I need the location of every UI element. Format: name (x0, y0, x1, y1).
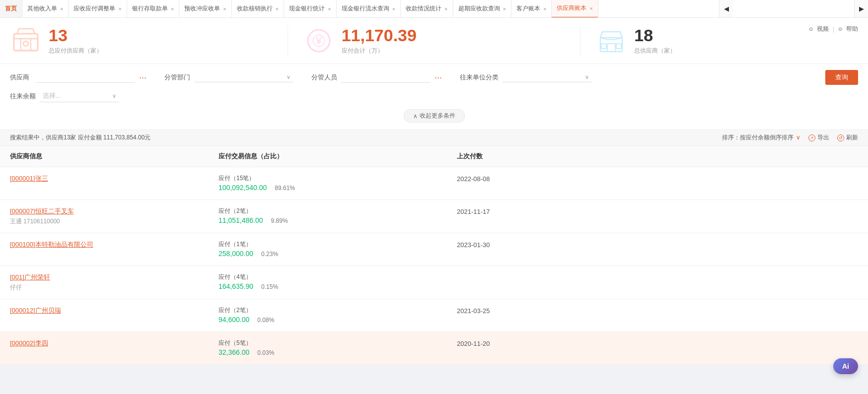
tx-percent: 0.03% (257, 349, 274, 356)
filter-row-1: 供应商 ··· 分管部门 ∨ 分管人员 ··· 往来单位分类 ∨ 查询 (10, 70, 858, 85)
sort-arrow[interactable]: ∨ (796, 134, 800, 141)
tx-percent: 89.61% (275, 185, 295, 192)
transaction-info: 应付（4笔） 164,635.90 0.15% (218, 273, 457, 291)
card3-number: 18 (634, 26, 676, 45)
card2-text: 11,170.39 应付合计（万） (342, 26, 417, 55)
close-icon[interactable]: × (392, 6, 395, 12)
tx-row: 94,600.00 0.08% (218, 315, 457, 325)
tx-row: 258,000.00 0.23% (218, 249, 457, 259)
transaction-info: 应付（1笔） 258,000.00 0.23% (218, 240, 457, 259)
supplier-name[interactable]: [000002]李四 (10, 339, 218, 348)
result-summary: 搜索结果中，供应商13家 应付金额 111,703,854.00元 (10, 133, 150, 142)
sort-label: 排序：按应付余额倒序排序 (722, 134, 794, 141)
tx-amount: 258,000.00 (218, 250, 253, 258)
supplier-name[interactable]: [000012]广州贝瑞 (10, 306, 218, 315)
nav-next-button[interactable]: ▶ (854, 0, 868, 18)
close-icon[interactable]: × (543, 6, 546, 12)
supplier-dots[interactable]: ··· (139, 73, 146, 82)
dept-filter: 分管部门 ∨ (164, 72, 293, 82)
top-nav: 首页 其他收入单 × 应收应付调整单 × 银行存取款单 × 预收冲应收单 × 收… (0, 0, 868, 18)
table-row[interactable]: [000012]广州贝瑞 应付（2笔） 94,600.00 0.08% 2021… (0, 299, 868, 332)
supplier-name[interactable]: [000100]本特勒油品有限公司 (10, 240, 218, 249)
supplier-label: 供应商 (10, 73, 32, 82)
nav-tab-other-income[interactable]: 其他收入单 × (22, 0, 69, 18)
nav-tab-customer[interactable]: 客户账本 × (511, 0, 552, 18)
close-icon[interactable]: × (276, 6, 279, 12)
tx-label: 应付（2笔） (218, 207, 457, 215)
svg-point-1 (23, 41, 28, 46)
video-link[interactable]: 视频 (817, 25, 829, 33)
ai-button[interactable]: Ai (833, 358, 858, 374)
nav-tab-overdue[interactable]: 超期应收款查询 × (453, 0, 511, 18)
nav-tab-cash-flow[interactable]: 现金银行流水查询 × (337, 0, 401, 18)
table-row[interactable]: [000002]李四 应付（5笔） 32,366.00 0.03% 2020-1… (0, 332, 868, 365)
nav-tab-cash-stats[interactable]: 现金银行统计 × (284, 0, 336, 18)
card3-label: 总供应商（家） (634, 47, 676, 55)
category-arrow: ∨ (585, 74, 589, 80)
supplier-name[interactable]: [000007]恒旺二手叉车 (10, 207, 218, 216)
table-row[interactable]: [000100]本特勒油品有限公司 应付（1笔） 258,000.00 0.23… (0, 233, 868, 266)
query-button[interactable]: 查询 (825, 70, 858, 85)
col-header-supplier: 供应商信息 (10, 152, 218, 161)
category-select[interactable]: ∨ (503, 72, 592, 82)
nav-tab-prepay[interactable]: 预收冲应收单 × (179, 0, 231, 18)
person-dots[interactable]: ··· (434, 73, 442, 82)
person-filter: 分管人员 ··· (311, 72, 442, 83)
refresh-label: 刷新 (846, 133, 858, 142)
tx-amount: 100,092,540.00 (218, 184, 267, 192)
divider: | (833, 26, 834, 33)
category-label: 往来单位分类 (460, 73, 499, 82)
summary-bar: 13 总应付供应商（家） ¥ 11,170.39 应付合计（万） (0, 18, 868, 64)
tx-label: 应付（5笔） (218, 339, 457, 347)
nav-tab-supplier[interactable]: 供应商账本 × (552, 0, 598, 18)
close-icon[interactable]: × (60, 6, 63, 12)
filter-row-2: 往来余额 选择... ∨ (10, 90, 858, 102)
supplier-name[interactable]: [001]广州荣轩 (10, 273, 218, 282)
nav-tab-bank[interactable]: 银行存取款单 × (127, 0, 179, 18)
sort-text: 排序：按应付余额倒序排序 ∨ (722, 133, 800, 142)
close-icon[interactable]: × (503, 6, 506, 12)
summary-card-2: ¥ 11,170.39 应付合计（万） (303, 25, 566, 57)
balance-select[interactable]: 选择... ∨ (40, 90, 119, 102)
balance-arrow: ∨ (112, 93, 116, 99)
close-icon[interactable]: × (589, 5, 592, 11)
table-row[interactable]: [000001]张三 应付（15笔） 100,092,540.00 89.61%… (0, 167, 868, 200)
card1-text: 13 总应付供应商（家） (49, 26, 102, 55)
nav-tab-receipt[interactable]: 收款核销执行 × (232, 0, 284, 18)
supplier-info: [000100]本特勒油品有限公司 (10, 240, 218, 249)
tx-percent: 0.08% (257, 317, 274, 324)
close-icon[interactable]: × (118, 6, 121, 12)
tx-label: 应付（15笔） (218, 174, 457, 183)
table-row[interactable]: [001]广州荣轩 仔仔 应付（4笔） 164,635.90 0.15% (0, 266, 868, 299)
person-input[interactable] (341, 72, 431, 83)
tx-label: 应付（2笔） (218, 306, 457, 315)
tx-row: 11,051,486.00 9.89% (218, 215, 457, 225)
last-pay: 2020-11-20 (457, 339, 858, 347)
tx-percent: 9.89% (271, 217, 288, 224)
collapse-button[interactable]: ∧ 收起更多条件 (404, 109, 465, 123)
filter-area: 供应商 ··· 分管部门 ∨ 分管人员 ··· 往来单位分类 ∨ 查询 (0, 64, 868, 130)
table-header: 供应商信息 应付交易信息（占比） 上次付数 (0, 146, 868, 167)
circle-icon: ⊙ (809, 26, 813, 32)
nav-tab-home[interactable]: 首页 (0, 0, 22, 18)
nav-tab-collection[interactable]: 收款情况统计 × (401, 0, 453, 18)
refresh-button[interactable]: ↺ 刷新 (837, 133, 858, 142)
tx-label: 应付（4笔） (218, 273, 457, 281)
balance-filter: 往来余额 选择... ∨ (10, 90, 119, 102)
supplier-info: [000007]恒旺二手叉车 王通 17106110000 (10, 207, 218, 226)
supplier-input[interactable] (36, 72, 135, 83)
close-icon[interactable]: × (328, 6, 331, 12)
help-link[interactable]: 帮助 (846, 25, 858, 33)
nav-tab-adjustment[interactable]: 应收应付调整单 × (69, 0, 127, 18)
table-row[interactable]: [000007]恒旺二手叉车 王通 17106110000 应付（2笔） 11,… (0, 200, 868, 233)
export-button[interactable]: ↗ 导出 (808, 133, 829, 142)
close-icon[interactable]: × (444, 6, 447, 12)
svg-rect-7 (616, 44, 621, 49)
transaction-info: 应付（2笔） 94,600.00 0.08% (218, 306, 457, 325)
nav-prev-button[interactable]: ◀ (719, 0, 733, 18)
dept-select[interactable]: ∨ (194, 72, 293, 82)
close-icon[interactable]: × (223, 6, 226, 12)
balance-placeholder: 选择... (43, 91, 112, 100)
supplier-name[interactable]: [000001]张三 (10, 174, 218, 183)
close-icon[interactable]: × (171, 6, 174, 12)
